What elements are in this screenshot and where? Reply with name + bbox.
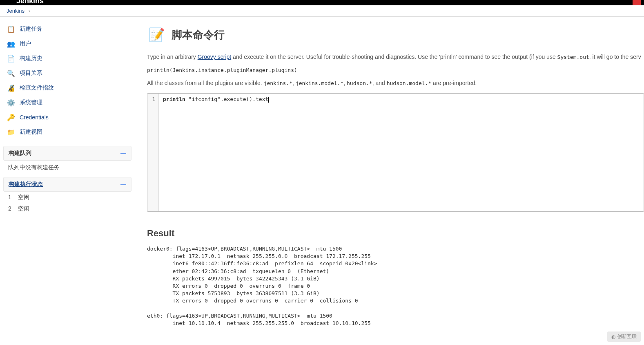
executor-status: 空闲 (18, 205, 29, 213)
script-icon (147, 25, 167, 45)
new-job-icon (7, 25, 16, 34)
credentials-icon (7, 113, 16, 122)
sidebar-item-label[interactable]: 系统管理 (20, 99, 42, 106)
sidebar-item-build-history[interactable]: 构建历史 (3, 51, 131, 66)
brand-logo[interactable]: Jenkins (0, 0, 44, 5)
executor-number: 1 (8, 194, 18, 201)
sidebar-item-label[interactable]: Credentials (20, 114, 49, 121)
executor-number: 2 (8, 205, 18, 213)
users-icon (7, 39, 16, 48)
sidebar-item-credentials[interactable]: Credentials (3, 110, 131, 125)
sidebar-item-manage[interactable]: 系统管理 (3, 95, 131, 110)
sidebar: 新建任务 用户 构建历史 项目关系 检查文件指纹 系统管理 Credential… (0, 17, 135, 335)
executor-header: 构建执行状态 — (3, 177, 131, 192)
page-title: 脚本命令行 (172, 28, 225, 42)
sidebar-item-project-relationship[interactable]: 项目关系 (3, 66, 131, 81)
watermark-icon: ◐ (611, 334, 615, 336)
editor-gutter: 1 (147, 94, 159, 211)
build-queue-header: 构建队列 — (3, 146, 131, 161)
breadcrumb-separator: › (29, 8, 30, 14)
sidebar-item-label[interactable]: 检查文件指纹 (20, 84, 54, 92)
executor-title[interactable]: 构建执行状态 (9, 181, 43, 188)
code-system-out: System.out (557, 54, 589, 60)
collapse-icon[interactable]: — (120, 150, 126, 157)
new-view-icon (7, 128, 16, 137)
breadcrumb: Jenkins › (0, 5, 644, 17)
executor-pane: 构建执行状态 — 1 空闲 2 空闲 (3, 177, 131, 215)
build-queue-title: 构建队列 (9, 150, 31, 157)
top-bar: Jenkins (0, 0, 644, 5)
notification-indicator[interactable] (633, 0, 641, 5)
build-queue-pane: 构建队列 — 队列中没有构建任务 (3, 146, 131, 175)
manage-icon (7, 98, 16, 107)
sidebar-item-label[interactable]: 新建任务 (20, 25, 42, 33)
result-heading: Result (147, 228, 644, 239)
sidebar-item-label[interactable]: 项目关系 (20, 69, 42, 77)
sidebar-item-new-job[interactable]: 新建任务 (3, 22, 131, 36)
sidebar-item-label[interactable]: 用户 (20, 40, 31, 47)
executor-row: 1 空闲 (3, 192, 131, 203)
editor-content[interactable]: println "ifconfig".execute().text (159, 94, 644, 211)
sidebar-item-new-view[interactable]: 新建视图 (3, 125, 131, 139)
intro-text: Type in an arbitrary Groovy script and e… (147, 53, 644, 61)
build-queue-content: 队列中没有构建任务 (3, 161, 131, 175)
cursor-icon (268, 97, 269, 103)
classes-text: All the classes from all the plugins are… (147, 79, 644, 87)
sidebar-item-label[interactable]: 新建视图 (20, 128, 42, 136)
collapse-icon[interactable]: — (120, 181, 126, 188)
executor-row: 2 空闲 (3, 203, 131, 215)
sidebar-item-users[interactable]: 用户 (3, 36, 131, 51)
main-content: 脚本命令行 Type in an arbitrary Groovy script… (135, 17, 644, 335)
script-editor[interactable]: 1 println "ifconfig".execute().text (147, 93, 644, 212)
breadcrumb-root[interactable]: Jenkins (7, 8, 25, 14)
layout: 新建任务 用户 构建历史 项目关系 检查文件指纹 系统管理 Credential… (0, 17, 644, 335)
sidebar-item-fingerprint[interactable]: 检查文件指纹 (3, 81, 131, 95)
executor-status: 空闲 (18, 194, 29, 201)
history-icon (7, 54, 16, 63)
page-header: 脚本命令行 (147, 25, 644, 45)
result-output: docker0: flags=4163<UP,BROADCAST,RUNNING… (147, 245, 644, 327)
side-nav: 新建任务 用户 构建历史 项目关系 检查文件指纹 系统管理 Credential… (3, 22, 131, 139)
watermark: ◐ 创新互联 (607, 332, 641, 335)
relationship-icon (7, 69, 16, 78)
groovy-link[interactable]: Groovy script (198, 54, 231, 60)
fingerprint-icon (7, 83, 16, 92)
code-sample: println(Jenkins.instance.pluginManager.p… (147, 67, 644, 73)
sidebar-item-label[interactable]: 构建历史 (20, 55, 42, 62)
